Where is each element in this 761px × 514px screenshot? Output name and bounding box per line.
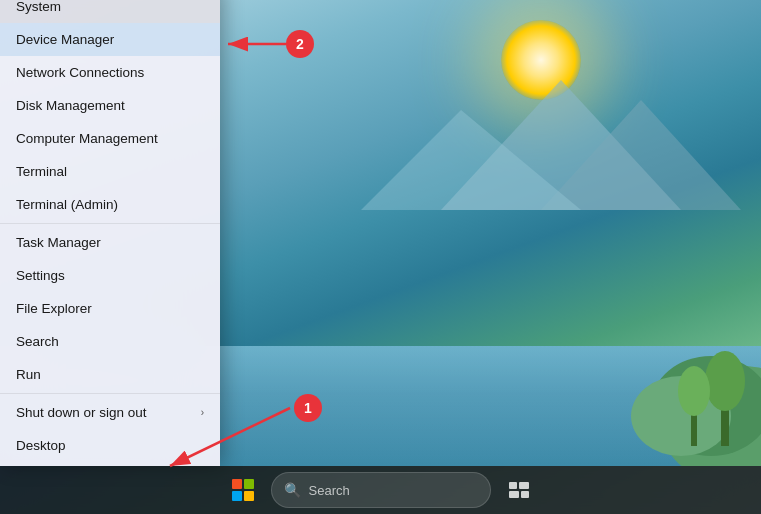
menu-item-run[interactable]: Run (0, 358, 220, 391)
context-menu: System Device Manager Network Connection… (0, 0, 220, 466)
svg-rect-17 (509, 482, 517, 489)
taskbar-search-text: Search (309, 483, 350, 498)
windows-logo-icon (232, 479, 254, 501)
menu-item-network-connections[interactable]: Network Connections (0, 56, 220, 89)
svg-rect-19 (509, 491, 519, 498)
svg-rect-20 (521, 491, 529, 498)
menu-item-terminal-label: Terminal (16, 164, 67, 179)
menu-item-file-explorer-label: File Explorer (16, 301, 92, 316)
taskbar-center: 🔍 Search (223, 470, 539, 510)
menu-item-system[interactable]: System (0, 0, 220, 23)
menu-item-shut-down[interactable]: Shut down or sign out › (0, 396, 220, 429)
menu-divider-1 (0, 223, 220, 224)
menu-item-settings-label: Settings (16, 268, 65, 283)
menu-divider-2 (0, 393, 220, 394)
menu-item-task-manager-label: Task Manager (16, 235, 101, 250)
task-view-icon[interactable] (499, 470, 539, 510)
start-button[interactable] (223, 470, 263, 510)
menu-item-run-label: Run (16, 367, 41, 382)
svg-point-6 (678, 366, 710, 416)
menu-item-device-manager[interactable]: Device Manager (0, 23, 220, 56)
menu-item-desktop[interactable]: Desktop (0, 429, 220, 462)
menu-item-system-label: System (16, 0, 61, 14)
menu-item-task-manager[interactable]: Task Manager (0, 226, 220, 259)
menu-item-device-manager-label: Device Manager (16, 32, 114, 47)
menu-item-settings[interactable]: Settings (0, 259, 220, 292)
menu-item-shut-down-label: Shut down or sign out (16, 405, 147, 420)
mountain-decoration (361, 60, 761, 260)
svg-point-4 (705, 351, 745, 411)
taskbar: 🔍 Search (0, 466, 761, 514)
menu-item-computer-management[interactable]: Computer Management (0, 122, 220, 155)
menu-item-file-explorer[interactable]: File Explorer (0, 292, 220, 325)
menu-item-computer-management-label: Computer Management (16, 131, 158, 146)
chevron-right-icon: › (201, 407, 204, 418)
menu-item-disk-management[interactable]: Disk Management (0, 89, 220, 122)
search-icon: 🔍 (284, 482, 301, 498)
menu-item-terminal-admin[interactable]: Terminal (Admin) (0, 188, 220, 221)
svg-rect-18 (519, 482, 529, 489)
menu-item-disk-management-label: Disk Management (16, 98, 125, 113)
taskbar-search-bar[interactable]: 🔍 Search (271, 472, 491, 508)
menu-item-terminal-admin-label: Terminal (Admin) (16, 197, 118, 212)
menu-item-terminal[interactable]: Terminal (0, 155, 220, 188)
menu-item-search-label: Search (16, 334, 59, 349)
menu-item-search[interactable]: Search (0, 325, 220, 358)
vegetation-decoration (561, 286, 761, 466)
menu-item-network-connections-label: Network Connections (16, 65, 144, 80)
menu-item-desktop-label: Desktop (16, 438, 66, 453)
